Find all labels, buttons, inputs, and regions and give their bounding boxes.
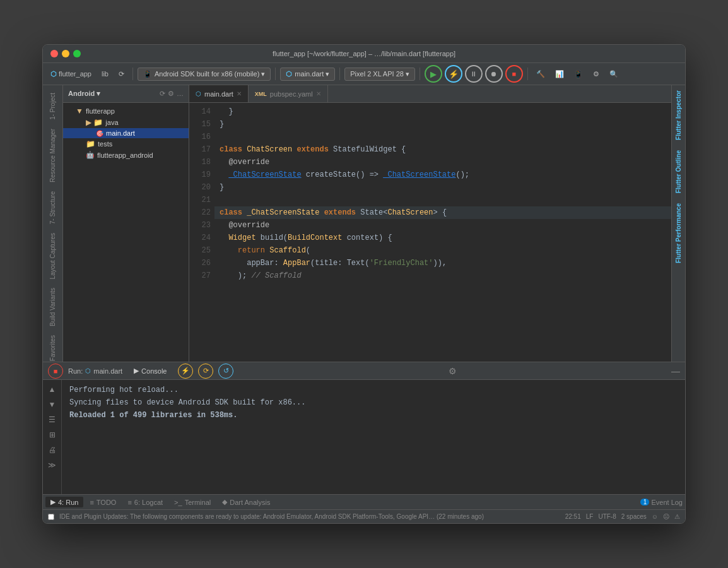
console-tab-button[interactable]: ▶ Console bbox=[127, 365, 173, 376]
tree-item-flutterapp[interactable]: ▼ flutterapp bbox=[63, 105, 189, 117]
run-label: Run: ⬡ main.dart bbox=[68, 367, 122, 375]
flutter-outline-tab[interactable]: Flutter Outline bbox=[672, 145, 684, 198]
panel-settings-icon[interactable]: ⚙ bbox=[168, 90, 174, 98]
separator-4 bbox=[420, 68, 420, 80]
run-button[interactable]: ▶ bbox=[425, 65, 442, 83]
tree-item-java-label: java bbox=[105, 119, 118, 126]
folder-icon-java: ▶ 📁 bbox=[86, 118, 103, 127]
lib-button[interactable]: lib bbox=[98, 69, 112, 79]
bottom-tab-run[interactable]: ▶ 4: Run bbox=[45, 497, 83, 507]
panel-more-icon[interactable]: … bbox=[177, 90, 184, 98]
flutter-app-button[interactable]: ⬡ flutter_app bbox=[47, 69, 95, 80]
code-line-16 bbox=[214, 131, 671, 143]
bottom-tab-terminal[interactable]: >_ Terminal bbox=[169, 497, 216, 507]
tree-item-main-dart[interactable]: 🎯 main.dart bbox=[63, 128, 189, 138]
logcat-tab-icon: ≡ bbox=[127, 499, 131, 506]
traffic-lights bbox=[50, 50, 81, 57]
main-dart-selector[interactable]: ⬡ main.dart ▾ bbox=[280, 68, 335, 81]
favorites-tab[interactable]: 2- Favorites bbox=[47, 331, 58, 362]
stop-button-toolbar[interactable]: ■ bbox=[505, 65, 523, 83]
status-alert[interactable]: ⚠ bbox=[674, 513, 680, 520]
sdk-selector[interactable]: 📱 Android SDK built for x86 (mobile) ▾ bbox=[138, 68, 271, 81]
bottom-tab-todo[interactable]: ≡ TODO bbox=[85, 497, 121, 507]
run-print-button[interactable]: ⊞ bbox=[45, 428, 59, 442]
r-button[interactable]: ⟳ bbox=[115, 69, 128, 80]
panel-header-title: Android ▾ bbox=[68, 90, 100, 98]
status-checkbox[interactable] bbox=[48, 514, 54, 520]
run-up-button[interactable]: ▲ bbox=[45, 382, 59, 396]
coverage-button[interactable]: ⏺ bbox=[485, 65, 503, 83]
terminal-tab-icon: >_ bbox=[174, 499, 182, 506]
status-indent[interactable]: 2 spaces bbox=[621, 513, 647, 520]
yaml-icon: XML bbox=[255, 91, 267, 97]
run-header-label: Run: bbox=[68, 367, 83, 375]
dart-tab-icon: ◆ bbox=[222, 498, 227, 506]
status-smiley-sad[interactable]: ☹ bbox=[663, 513, 669, 520]
code-line-23: @override bbox=[214, 219, 671, 232]
close-button[interactable] bbox=[50, 50, 58, 57]
resource-manager-tab[interactable]: Resource Manager bbox=[47, 125, 58, 186]
separator-5 bbox=[527, 68, 528, 80]
profile-button[interactable]: 📊 bbox=[551, 69, 568, 80]
tree-item-tests[interactable]: 📁 tests bbox=[63, 138, 189, 150]
code-editor[interactable]: } } class ChatScreen extends StatefulWid… bbox=[214, 103, 671, 362]
project-panel: Android ▾ ⟳ ⚙ … ▼ flutterapp ▶ 📁 java 🎯 bbox=[63, 85, 189, 362]
status-encoding[interactable]: UTF-8 bbox=[598, 513, 616, 520]
sdk-manager-button[interactable]: ⚙ bbox=[589, 69, 603, 80]
run-close-button[interactable]: — bbox=[671, 366, 680, 376]
layout-captures-tab[interactable]: Layout Captures bbox=[47, 229, 58, 283]
status-bar: IDE and Plugin Updates: The following co… bbox=[43, 509, 685, 523]
run-tab-label: 4: Run bbox=[58, 499, 78, 506]
build-button[interactable]: 🔨 bbox=[532, 69, 549, 80]
pixel-selector[interactable]: Pixel 2 XL API 28 ▾ bbox=[344, 68, 415, 81]
lib-label: lib bbox=[102, 70, 109, 78]
pause-button[interactable]: ⏸ bbox=[465, 65, 483, 83]
minimize-button[interactable] bbox=[62, 50, 69, 57]
bottom-tab-dart[interactable]: ◆ Dart Analysis bbox=[217, 497, 275, 507]
code-line-22: class _ChatScreenState extends State<Cha… bbox=[214, 206, 671, 219]
editor-area: ⬡ main.dart ✕ XML pubspec.yaml ✕ 14 15 1… bbox=[189, 85, 671, 362]
project-panel-header: Android ▾ ⟳ ⚙ … bbox=[63, 85, 189, 103]
run-filter-button[interactable]: ☰ bbox=[45, 413, 59, 427]
event-log-button[interactable]: 1 Event Log bbox=[640, 499, 683, 506]
status-smiley-happy[interactable]: ☺ bbox=[652, 513, 658, 520]
tab-pubspec-close[interactable]: ✕ bbox=[316, 90, 321, 97]
run-more-button[interactable]: ≫ bbox=[45, 458, 59, 472]
hot-reload-2-mini-button[interactable]: ⟳ bbox=[198, 364, 213, 379]
tab-main-dart-close[interactable]: ✕ bbox=[237, 90, 242, 97]
run-tab-icon: ▶ bbox=[50, 498, 56, 506]
code-line-18: @override bbox=[214, 156, 671, 169]
line-numbers: 14 15 16 17 18 19 20 21 22 23 24 25 26 2… bbox=[189, 103, 214, 362]
console-tab-label: Console bbox=[141, 367, 167, 375]
tree-item-flutterapp-android[interactable]: 🤖 flutterapp_android bbox=[63, 150, 189, 160]
hot-reload-button[interactable]: ⚡ bbox=[445, 65, 462, 83]
run-stop-button[interactable]: ■ bbox=[48, 364, 63, 379]
flutter-performance-tab[interactable]: Flutter Performance bbox=[672, 198, 684, 268]
run-down-button[interactable]: ▼ bbox=[45, 398, 59, 411]
tab-pubspec[interactable]: XML pubspec.yaml ✕ bbox=[249, 85, 328, 102]
code-line-19: _ChatScreenState createState() => _ChatS… bbox=[214, 169, 671, 181]
run-settings-button[interactable]: ⚙ bbox=[449, 366, 457, 376]
flutter-inspector-tab[interactable]: Flutter Inspector bbox=[672, 85, 684, 145]
folder-icon-tests: 📁 bbox=[86, 139, 95, 148]
tree-item-java[interactable]: ▶ 📁 java bbox=[63, 117, 189, 128]
status-line-ending[interactable]: LF bbox=[586, 513, 594, 520]
tab-pubspec-label: pubspec.yaml bbox=[270, 90, 313, 98]
separator-3 bbox=[339, 68, 340, 80]
run-scroll-button[interactable]: 🖨 bbox=[45, 443, 59, 457]
build-variants-tab[interactable]: Build Variants bbox=[47, 284, 58, 330]
hot-reload-mini-button[interactable]: ⚡ bbox=[178, 364, 193, 379]
tab-main-dart[interactable]: ⬡ main.dart ✕ bbox=[189, 85, 249, 102]
bottom-tab-logcat[interactable]: ≡ 6: Logcat bbox=[122, 497, 168, 507]
project-tab[interactable]: 1- Project bbox=[47, 89, 58, 124]
status-time: 22:51 bbox=[565, 513, 581, 520]
status-check-input[interactable] bbox=[48, 514, 54, 520]
code-line-21 bbox=[214, 194, 671, 206]
hot-restart-mini-button[interactable]: ↺ bbox=[218, 364, 233, 379]
devices-button[interactable]: 📱 bbox=[570, 69, 587, 80]
structure-tab[interactable]: 7- Structure bbox=[47, 187, 58, 228]
maximize-button[interactable] bbox=[73, 50, 81, 57]
search-button[interactable]: 🔍 bbox=[606, 69, 622, 80]
panel-sync-icon[interactable]: ⟳ bbox=[160, 90, 165, 98]
right-sidebar: Flutter Inspector Flutter Outline Flutte… bbox=[671, 85, 685, 362]
